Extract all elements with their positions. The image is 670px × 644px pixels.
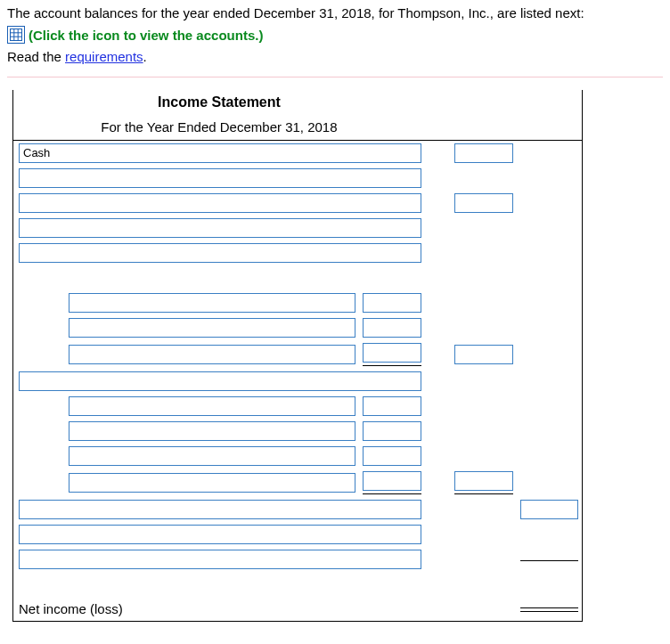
label-input-2[interactable] [19,168,421,188]
amount1-input-r11[interactable] [363,421,421,441]
label-input-10[interactable] [69,396,355,416]
label-input-14[interactable] [19,500,421,519]
statement-title: Income Statement [13,90,425,115]
amount1-input-r6[interactable] [363,293,421,313]
divider [7,77,663,77]
amount1-input-r12[interactable] [363,446,421,466]
icon-hint: (Click the icon to view the accounts.) [29,28,263,43]
net-income-label: Net income (loss) [13,597,425,622]
label-input-11[interactable] [69,421,355,441]
accounts-icon[interactable] [7,26,25,44]
requirements-line: Read the requirements. [7,49,663,64]
amount1-input-r7[interactable] [363,318,421,338]
amount2-input-r13[interactable] [454,471,513,491]
label-input-16[interactable] [19,550,421,569]
label-input-7[interactable] [69,318,355,338]
label-input-3[interactable] [19,193,421,213]
label-input-9[interactable] [19,371,421,391]
label-input-12[interactable] [69,446,355,466]
amount2-input-r8[interactable] [454,345,513,364]
label-input-4[interactable] [19,218,421,238]
amount1-input-r8[interactable] [363,343,421,363]
label-input-8[interactable] [69,345,355,364]
svg-rect-0 [11,29,22,41]
intro-text: The account balances for the year ended … [7,5,663,20]
label-input-6[interactable] [69,293,355,313]
amount-input-r1[interactable] [454,143,513,163]
amount1-input-r10[interactable] [363,396,421,416]
income-statement-table: Income Statement For the Year Ended Dece… [12,90,583,622]
label-input-15[interactable] [19,525,421,544]
label-input-5[interactable] [19,243,421,263]
label-input-13[interactable] [69,473,355,493]
label-input-1[interactable] [19,143,421,163]
amount-input-r3[interactable] [454,193,513,213]
requirements-link[interactable]: requirements [65,49,143,64]
amount2r-input-r14[interactable] [520,500,578,519]
amount1-input-r13[interactable] [363,471,421,491]
statement-subtitle: For the Year Ended December 31, 2018 [13,115,425,140]
